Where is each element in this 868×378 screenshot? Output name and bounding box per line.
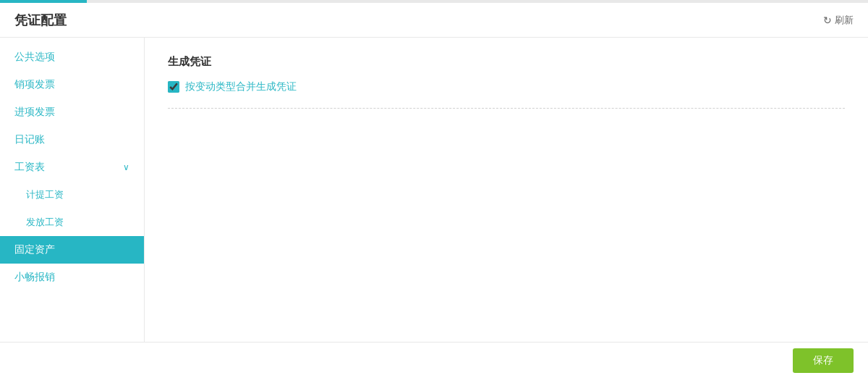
sidebar-item-sales-invoice[interactable]: 销项发票: [0, 71, 144, 98]
section-divider: [168, 108, 845, 109]
sidebar-item-label: 计提工资: [26, 188, 64, 201]
main-layout: 公共选项 销项发票 进项发票 日记账 工资表 ∨ 计提工资 发放工资: [0, 38, 868, 342]
sidebar-item-purchase-invoice[interactable]: 进项发票: [0, 98, 144, 126]
sidebar-item-label: 工资表: [14, 161, 45, 174]
page-title: 凭证配置: [14, 12, 67, 29]
page-wrapper: 凭证配置 ↻ 刷新 公共选项 销项发票 进项发票 日记账 工资表 ∨: [0, 0, 868, 378]
top-tab-active-indicator: [0, 0, 87, 3]
page-footer: 保存: [0, 342, 868, 378]
page-header: 凭证配置 ↻ 刷新: [0, 3, 868, 38]
checkbox-row: 按变动类型合并生成凭证: [168, 80, 845, 93]
refresh-icon: ↻: [823, 14, 832, 26]
sidebar-item-payroll-table[interactable]: 工资表 ∨: [0, 154, 144, 181]
merge-by-type-checkbox[interactable]: [168, 81, 179, 93]
sidebar: 公共选项 销项发票 进项发票 日记账 工资表 ∨ 计提工资 发放工资: [0, 38, 145, 342]
content-area: 生成凭证 按变动类型合并生成凭证: [145, 38, 868, 342]
checkbox-label[interactable]: 按变动类型合并生成凭证: [185, 80, 297, 93]
sidebar-item-expense-report[interactable]: 小畅报销: [0, 264, 144, 291]
sidebar-item-label: 固定资产: [14, 243, 55, 256]
sidebar-item-label: 发放工资: [26, 216, 64, 229]
chevron-down-icon: ∨: [123, 162, 129, 172]
sidebar-item-public-options[interactable]: 公共选项: [0, 43, 144, 71]
sidebar-item-label: 日记账: [14, 133, 45, 146]
sidebar-item-label: 公共选项: [14, 51, 55, 64]
section-title: 生成凭证: [168, 55, 845, 69]
sidebar-item-label: 销项发票: [14, 78, 55, 91]
refresh-label: 刷新: [835, 14, 854, 27]
top-tab-bar: [0, 0, 868, 3]
sidebar-item-calc-salary[interactable]: 计提工资: [0, 181, 144, 209]
refresh-button[interactable]: ↻ 刷新: [823, 14, 854, 27]
sidebar-item-label: 进项发票: [14, 106, 55, 119]
save-button[interactable]: 保存: [793, 348, 854, 373]
sidebar-item-pay-salary[interactable]: 发放工资: [0, 209, 144, 236]
sidebar-item-label: 小畅报销: [14, 271, 55, 284]
sidebar-item-fixed-assets[interactable]: 固定资产: [0, 236, 144, 264]
sidebar-item-journal[interactable]: 日记账: [0, 126, 144, 154]
